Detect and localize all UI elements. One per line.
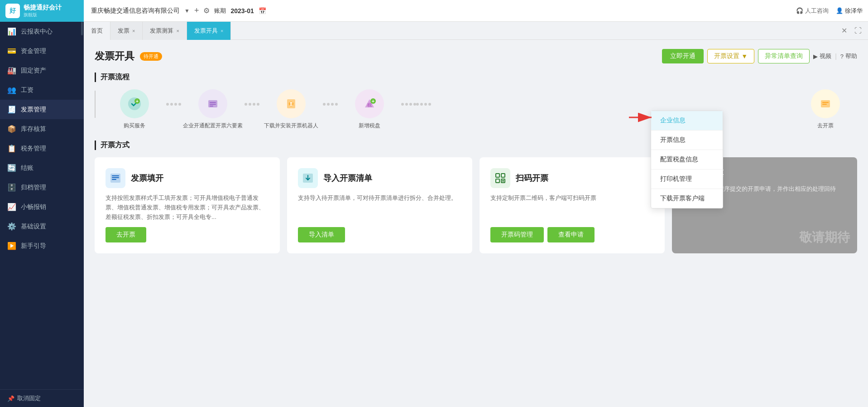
settings-button[interactable]: 开票设置 ▼ xyxy=(707,49,754,63)
tab-invoice-test-close[interactable]: × xyxy=(176,28,179,34)
video-button[interactable]: ▶ 视频 xyxy=(813,52,831,60)
sidebar-item-report-sales[interactable]: 📈 小畅报销 xyxy=(0,197,84,217)
method-fill-desc: 支持按照发票样式手工填开发票；可开具增值税电子普通发票、增值税普通发票、增值税专… xyxy=(106,194,269,222)
sidebar-item-archive[interactable]: 🗄️ 归档管理 xyxy=(0,178,84,197)
headset-icon: 🎧 xyxy=(796,7,803,14)
sidebar-item-guide[interactable]: ▶️ 新手引导 xyxy=(0,236,84,256)
tax-icon: 📋 xyxy=(7,144,16,153)
dropdown-printer[interactable]: 打印机管理 xyxy=(651,170,723,189)
archive-icon: 🗄️ xyxy=(7,183,16,192)
svg-rect-22 xyxy=(112,179,116,180)
cloud-report-icon: 📊 xyxy=(7,27,16,36)
sidebar-item-label: 新手引导 xyxy=(21,242,46,250)
abnormal-button[interactable]: 异常清单查询 xyxy=(758,49,810,63)
company-name: 重庆畅捷交通信息咨询有限公司 xyxy=(91,7,180,15)
tab-invoice-open[interactable]: 发票开具 × xyxy=(187,22,231,40)
tab-home[interactable]: 首页 xyxy=(84,22,110,40)
flow-row: + 购买服务 xyxy=(95,89,857,130)
sidebar-item-label: 资金管理 xyxy=(21,47,46,55)
sidebar: 好 畅捷通好会计 旗舰版 📊 云报表中心 💳 资金管理 🏭 固定资产 xyxy=(0,0,84,407)
method-scan-title: 扫码开票 xyxy=(516,173,548,184)
svg-text:+: + xyxy=(136,99,139,104)
basic-icon: ⚙️ xyxy=(7,222,16,231)
page-title: 发票开具 xyxy=(95,49,134,63)
fixed-assets-icon: 🏭 xyxy=(7,66,16,75)
svg-text:+: + xyxy=(372,98,374,104)
dropdown-invoice-info[interactable]: 开票信息 xyxy=(651,131,723,150)
scan-buttons: 开票码管理 查看申请 xyxy=(490,227,654,242)
sidebar-item-tax[interactable]: 📋 税务管理 xyxy=(0,139,84,158)
tab-invoice-test[interactable]: 发票测算 × xyxy=(143,22,187,40)
sidebar-item-label: 云报表中心 xyxy=(21,28,53,36)
svg-rect-25 xyxy=(501,174,505,177)
period-label: 账期 xyxy=(214,7,226,15)
dropdown-download-client[interactable]: 下载开票客户端 xyxy=(651,189,723,208)
svg-rect-26 xyxy=(496,179,499,183)
sidebar-item-label: 小畅报销 xyxy=(21,203,46,211)
help-button[interactable]: ? 帮助 xyxy=(840,52,857,60)
expand-window-button[interactable]: ⛶ xyxy=(853,25,863,37)
sidebar-item-basic[interactable]: ⚙️ 基础设置 xyxy=(0,217,84,236)
status-badge: 待开通 xyxy=(140,52,162,61)
flow-step-add-tax-label: 新增税盘 xyxy=(359,122,380,130)
svg-rect-17 xyxy=(822,102,829,103)
configure-icon xyxy=(198,89,227,118)
svg-rect-5 xyxy=(210,104,216,105)
tab-invoice[interactable]: 发票 × xyxy=(110,22,143,40)
dropdown-company-info[interactable]: 企业信息 xyxy=(651,111,723,131)
sidebar-logo: 好 畅捷通好会计 旗舰版 xyxy=(0,0,84,22)
tab-controls: ✕ ⛶ xyxy=(839,24,868,37)
flow-separator xyxy=(95,91,96,118)
tab-invoice-open-close[interactable]: × xyxy=(221,28,223,34)
settings-dropdown: 企业信息 开票信息 配置税盘信息 打印机管理 下载开票客户端 xyxy=(651,111,723,208)
sidebar-item-label: 发票管理 xyxy=(21,106,46,114)
flow-dots-3 xyxy=(323,103,338,106)
user-button[interactable]: 👤 徐泽华 xyxy=(836,7,863,15)
svg-text:税: 税 xyxy=(367,102,372,107)
tab-invoice-close[interactable]: × xyxy=(132,28,135,34)
page-content: 发票开具 待开通 立即开通 开票设置 ▼ 异常清单查询 ▶ 视频 | ? xyxy=(84,40,868,407)
sidebar-item-fixed-assets[interactable]: 🏭 固定资产 xyxy=(0,61,84,80)
dropdown-tax-config[interactable]: 配置税盘信息 xyxy=(651,150,723,170)
activate-button[interactable]: 立即开通 xyxy=(662,49,704,63)
sidebar-item-invoice[interactable]: 🧾 发票管理 xyxy=(0,100,84,119)
flow-step-configure-label: 企业开通配置开票六要素 xyxy=(183,122,243,130)
page-actions: 立即开通 开票设置 ▼ 异常清单查询 ▶ 视频 | ? 帮助 xyxy=(662,49,857,63)
settings-icon[interactable]: ⚙ xyxy=(203,6,210,15)
company-dropdown-icon[interactable]: ▼ xyxy=(184,8,190,14)
svg-rect-9 xyxy=(290,102,293,103)
svg-point-28 xyxy=(502,180,504,182)
fill-icon xyxy=(106,168,125,188)
sidebar-unpin[interactable]: 📌 取消固定 xyxy=(0,389,84,407)
sidebar-item-label: 结账 xyxy=(21,164,34,172)
view-apply-button[interactable]: 查看申请 xyxy=(547,227,595,242)
sidebar-item-salary[interactable]: 👥 工资 xyxy=(0,80,84,100)
svg-rect-10 xyxy=(290,103,293,104)
pin-icon: 📌 xyxy=(7,395,14,402)
user-avatar-icon: 👤 xyxy=(836,7,843,14)
sidebar-item-cloud-report[interactable]: 📊 云报表中心 xyxy=(0,22,84,41)
svg-rect-21 xyxy=(112,177,119,178)
service-button[interactable]: 🎧 人工咨询 xyxy=(796,7,829,15)
fill-go-button[interactable]: 去开票 xyxy=(106,227,146,242)
flow-step-open-invoice-label: 去开票 xyxy=(817,122,834,130)
sidebar-item-settlement[interactable]: 🔄 结账 xyxy=(0,158,84,178)
page-title-row: 发票开具 待开通 立即开通 开票设置 ▼ 异常清单查询 ▶ 视频 | ? xyxy=(95,49,857,63)
calendar-icon[interactable]: 📅 xyxy=(259,7,266,15)
sidebar-item-fund[interactable]: 💳 资金管理 xyxy=(0,41,84,61)
method-import-title: 导入开票清单 xyxy=(323,173,372,184)
scan-code-button[interactable]: 开票码管理 xyxy=(490,227,544,242)
add-company-button[interactable]: + xyxy=(194,6,199,15)
logo-icon: 好 xyxy=(5,4,20,18)
svg-rect-11 xyxy=(290,105,293,106)
flow-step-open-invoice: 去开票 xyxy=(794,89,857,130)
logo-sub: 旗舰版 xyxy=(24,12,62,18)
flow-step-download-label: 下载并安装开票机器人 xyxy=(264,122,318,130)
sidebar-item-inventory[interactable]: 📦 库存核算 xyxy=(0,119,84,139)
import-button[interactable]: 导入清单 xyxy=(298,227,345,242)
method-import-header: 导入开票清单 xyxy=(298,168,461,188)
download-icon xyxy=(277,89,306,118)
methods-row: 发票填开 支持按照发票样式手工填开发票；可开具增值税电子普通发票、增值税普通发票… xyxy=(95,157,857,253)
close-window-button[interactable]: ✕ xyxy=(839,24,849,37)
flow-dots-4 xyxy=(401,103,416,106)
